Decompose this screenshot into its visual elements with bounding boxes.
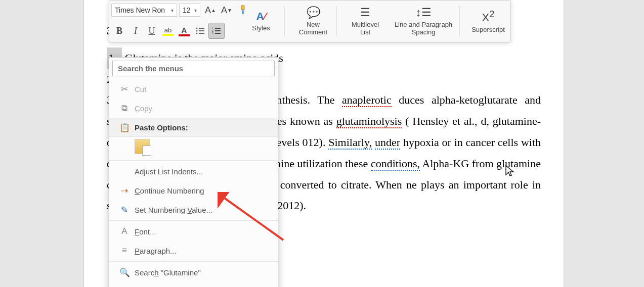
svg-rect-3 [199,28,204,29]
svg-rect-5 [199,30,204,31]
clipboard-icon: 📋 [114,122,135,133]
italic-button[interactable]: I [127,23,144,39]
multilevel-list-button[interactable]: ☰ Multilevel List [345,1,385,41]
line-spacing-button[interactable]: ↕☰ Line and Paragraph Spacing [391,1,456,41]
superscript-button[interactable]: X2 Superscript [468,1,508,41]
synonyms-item[interactable]: Synonyms [109,282,278,287]
svg-point-2 [196,28,198,29]
t: hypoxia or in cancer cells with [400,136,541,149]
styles-label: Styles [252,24,270,32]
paragraph-item[interactable]: ≡ Paragraph... [109,241,278,260]
grammar-error[interactable]: Similarly, [328,136,372,150]
adjust-list-indents-item[interactable]: Adjust List Indents... [109,162,278,181]
font-name-combo[interactable]: Times New Ron ▾ [111,4,177,17]
context-menu: Search the menus ✂ Cut ⧉ Copy 📋 Paste Op… [109,57,278,287]
spacing-label: Line and Paragraph Spacing [395,21,452,36]
paste-options-label: Paste Options: [135,123,273,132]
separator [109,160,278,161]
paste-keep-source-button[interactable] [135,139,150,154]
multilevel-icon: ☰ [360,6,370,19]
superscript-icon: X2 [482,9,495,25]
cut-item[interactable]: ✂ Cut [109,79,278,99]
chevron-down-icon: ▾ [171,8,174,13]
new-comment-label: New Comment [299,21,327,36]
scissors-icon: ✂ [114,84,135,94]
underline-button[interactable]: U [144,23,160,39]
separator [109,220,278,221]
styles-icon: A⁄ [256,10,266,23]
bold-button[interactable]: B [111,23,127,39]
continue-numbering-icon: ⇢ [114,185,135,196]
paragraph-icon: ≡ [114,246,135,256]
font-color-button[interactable]: A [176,23,192,39]
spell-error[interactable]: anaplerotic [342,93,392,107]
bullets-icon [196,27,205,34]
styles-button[interactable]: A⁄ Styles [241,1,281,41]
spacing-icon: ↕☰ [416,6,432,19]
t: these [345,157,371,170]
svg-rect-13 [215,33,221,34]
numbering-icon: 1 2 3 [212,27,221,34]
t: 012). [303,136,329,149]
spell-error[interactable]: glutaminolysis [336,115,402,128]
svg-point-4 [196,30,198,32]
continue-numbering-item[interactable]: ⇢ Continue Numbering [109,181,278,200]
grammar-error[interactable]: under [375,136,400,150]
separator [109,261,278,262]
search-term-item[interactable]: 🔍 Search "Glutamine" [109,263,278,282]
svg-rect-9 [215,28,221,29]
comment-icon: 💬 [307,6,320,19]
continue-numbering-label: ontinue Numbering [140,186,204,195]
new-comment-button[interactable]: 💬 New Comment [293,1,333,41]
superscript-label: Superscript [471,26,505,34]
cut-label: Cut [135,85,273,93]
copy-label: opy [140,104,152,113]
highlight-button[interactable]: ab [160,23,176,39]
t: ( Hensley et al., [402,115,477,127]
increase-font-button[interactable]: A▲ [202,2,219,18]
adjust-indents-label: Adjust List Indents... [135,167,273,176]
font-size-value: 12 [183,6,191,14]
set-numbering-value-item[interactable]: ✎ Set Numbering Value... [109,200,278,219]
svg-rect-11 [215,30,221,31]
grammar-error[interactable]: conditions, [371,157,420,171]
copy-icon: ⧉ [114,103,135,113]
separator [284,6,285,36]
mini-toolbar: Times New Ron ▾ 12 ▾ A▲ A▼ B I U ab A [109,0,511,42]
menu-search-input[interactable]: Search the menus [112,61,275,76]
font-icon: A [114,226,135,236]
bullets-button[interactable] [192,23,208,39]
copy-item[interactable]: ⧉ Copy [109,99,278,118]
decrease-font-button[interactable]: A▼ [219,2,235,18]
numbering-button[interactable]: 1 2 3 [208,23,225,39]
search-icon: 🔍 [114,267,135,278]
multilevel-label: Multilevel List [352,21,379,36]
svg-rect-7 [199,33,204,34]
font-name-value: Times New Ron [115,6,165,14]
separator [459,6,460,36]
svg-point-6 [196,33,198,34]
font-size-combo[interactable]: 12 ▾ [179,4,200,17]
set-numbering-icon: ✎ [114,205,135,215]
font-item[interactable]: A Font... [109,222,278,241]
paste-options-row [109,137,278,159]
chevron-down-icon: ▾ [194,8,197,13]
paste-options-header: 📋 Paste Options: [109,118,278,137]
separator [336,6,337,36]
svg-text:3: 3 [212,32,213,34]
